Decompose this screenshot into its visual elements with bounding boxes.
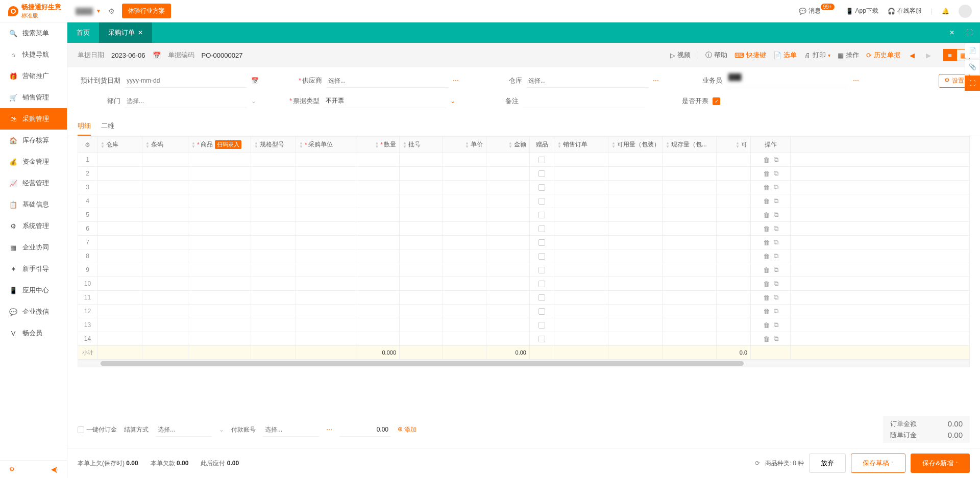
delete-row-icon[interactable]: 🗑 (763, 170, 770, 178)
messages[interactable]: 💬 消息 99+ (799, 7, 837, 15)
sidebar-item-10[interactable]: ▦企业协同 (0, 237, 67, 258)
table-row[interactable]: 3🗑⧉ (78, 181, 969, 194)
delete-row-icon[interactable]: 🗑 (763, 280, 770, 288)
chevron-down-icon[interactable]: ⌄ (450, 97, 455, 105)
add-pay-button[interactable]: ⊕添加 (398, 425, 416, 434)
table-row[interactable]: 13🗑⧉ (78, 318, 969, 332)
copy-row-icon[interactable]: ⧉ (774, 293, 778, 301)
copy-row-icon[interactable]: ⧉ (774, 307, 778, 315)
pay-account-select[interactable] (263, 422, 319, 437)
one-click-deposit[interactable]: 一键付订金 (78, 425, 117, 434)
sidebar-item-6[interactable]: 💰资金管理 (0, 151, 67, 172)
next-doc-icon[interactable]: ▶ (924, 52, 933, 59)
delete-row-icon[interactable]: 🗑 (763, 184, 770, 191)
more-icon[interactable]: ⋯ (653, 77, 659, 84)
table-row[interactable]: 5🗑⧉ (78, 208, 969, 222)
calendar-icon[interactable]: 📅 (251, 77, 259, 84)
col-qty[interactable]: ▲▼*数量 (356, 137, 400, 153)
chevron-down-icon[interactable]: ⌄ (251, 97, 256, 105)
table-row[interactable]: 6🗑⧉ (78, 222, 969, 236)
salesman-value[interactable]: ███ (726, 73, 849, 88)
table-row[interactable]: 4🗑⧉ (78, 194, 969, 208)
table-row[interactable]: 2🗑⧉ (78, 167, 969, 181)
copy-row-icon[interactable]: ⧉ (774, 335, 778, 343)
table-row[interactable]: 9🗑⧉ (78, 263, 969, 277)
delete-row-icon[interactable]: 🗑 (763, 335, 770, 343)
delete-row-icon[interactable]: 🗑 (763, 294, 770, 301)
copy-row-icon[interactable]: ⧉ (774, 169, 778, 178)
dept-select[interactable] (125, 94, 247, 108)
shortcut-action[interactable]: ⌨快捷键 (734, 51, 766, 60)
delete-row-icon[interactable]: 🗑 (763, 308, 770, 315)
col-gift[interactable]: 赠品 (530, 137, 554, 153)
help-action[interactable]: ⓘ帮助 (705, 51, 727, 60)
table-row[interactable]: 7🗑⧉ (78, 236, 969, 249)
col-amount[interactable]: ▲▼金额 (486, 137, 530, 153)
pay-amount-input[interactable] (339, 422, 390, 437)
table-row[interactable]: 12🗑⧉ (78, 305, 969, 318)
arrive-date-input[interactable] (125, 73, 247, 88)
sidebar-item-8[interactable]: 📋基础信息 (0, 194, 67, 215)
sidebar-item-5[interactable]: 🏠库存核算 (0, 130, 67, 151)
copy-row-icon[interactable]: ⧉ (774, 224, 778, 233)
notify-icon[interactable]: 🔔 (942, 8, 949, 15)
grid-settings-icon[interactable]: ⚙ (78, 137, 97, 153)
more-icon[interactable]: ⋯ (326, 426, 332, 433)
sidebar-item-2[interactable]: 🎁营销推广 (0, 65, 67, 87)
table-row[interactable]: 14🗑⧉ (78, 332, 969, 346)
copy-row-icon[interactable]: ⧉ (774, 197, 778, 205)
col-stock[interactable]: ▲▼现存量（包... (663, 137, 717, 153)
sidebar-item-7[interactable]: 📈经营管理 (0, 172, 67, 194)
delete-row-icon[interactable]: 🗑 (763, 239, 770, 246)
sidebar-item-3[interactable]: 🛒销售管理 (0, 87, 67, 108)
sidebar-item-9[interactable]: ⚙系统管理 (0, 215, 67, 237)
history-action[interactable]: ⟳历史单据 (866, 51, 900, 60)
settings-gear-icon[interactable]: ⚙ (9, 466, 15, 473)
col-price[interactable]: ▲▼单价 (443, 137, 486, 153)
collapse-icon[interactable]: ◀) (51, 466, 58, 473)
fullscreen-icon[interactable]: ⛶ (962, 25, 977, 40)
sidebar-item-1[interactable]: ⌂快捷导航 (0, 44, 67, 65)
detail-tab-matrix[interactable]: 二维 (101, 117, 114, 136)
table-row[interactable]: 1🗑⧉ (78, 153, 969, 167)
col-batch[interactable]: ▲▼批号 (400, 137, 443, 153)
save-draft-button[interactable]: 保存草稿˄ (851, 454, 905, 473)
avatar[interactable] (959, 5, 972, 18)
col-barcode[interactable]: ▲▼条码 (142, 137, 188, 153)
col-product[interactable]: ▲▼*商品扫码录入 (188, 137, 251, 153)
online-service[interactable]: 🎧在线客服 (888, 7, 922, 15)
sidebar-item-13[interactable]: 💬企业微信 (0, 301, 67, 322)
discard-button[interactable]: 放弃 (809, 454, 846, 473)
copy-row-icon[interactable]: ⧉ (774, 211, 778, 219)
copy-row-icon[interactable]: ⧉ (774, 280, 778, 288)
open-invoice-checkbox[interactable]: ✓ (713, 97, 720, 105)
copy-row-icon[interactable]: ⧉ (774, 156, 778, 164)
more-icon[interactable]: ⋯ (453, 77, 459, 84)
col-unit[interactable]: ▲▼*采购单位 (296, 137, 356, 153)
save-new-button[interactable]: 保存&新增˄ (911, 454, 970, 473)
col-warehouse[interactable]: ▲▼仓库 (97, 137, 142, 153)
detail-tab-lines[interactable]: 明细 (78, 117, 91, 136)
copy-row-icon[interactable]: ⧉ (774, 238, 778, 246)
col-available[interactable]: ▲▼可用量（包装） (608, 137, 663, 153)
delete-row-icon[interactable]: 🗑 (763, 197, 770, 205)
copy-row-icon[interactable]: ⧉ (774, 321, 778, 329)
tab-0[interactable]: 首页 (67, 22, 99, 43)
delete-row-icon[interactable]: 🗑 (763, 225, 770, 233)
remark-input[interactable] (523, 94, 645, 108)
col-spec[interactable]: ▲▼规格型号 (251, 137, 296, 153)
delete-row-icon[interactable]: 🗑 (763, 253, 770, 260)
settle-method-select[interactable] (156, 422, 212, 437)
invoice-type-select[interactable] (324, 94, 446, 108)
rail-note-icon[interactable]: 📄 (965, 43, 980, 58)
sidebar-item-14[interactable]: V畅会员 (0, 322, 67, 344)
scan-badge[interactable]: 扫码录入 (215, 140, 241, 149)
rail-attach-icon[interactable]: 📎 (965, 59, 980, 74)
chevron-down-icon[interactable]: ⌄ (219, 426, 224, 433)
supplier-select[interactable] (326, 73, 449, 88)
copy-row-icon[interactable]: ⧉ (774, 252, 778, 260)
more-icon[interactable]: ⋯ (853, 77, 859, 84)
col-sales-order[interactable]: ▲▼销售订单 (554, 137, 608, 153)
select-doc-action[interactable]: 📄选单 (773, 51, 797, 60)
delete-row-icon[interactable]: 🗑 (763, 266, 770, 274)
